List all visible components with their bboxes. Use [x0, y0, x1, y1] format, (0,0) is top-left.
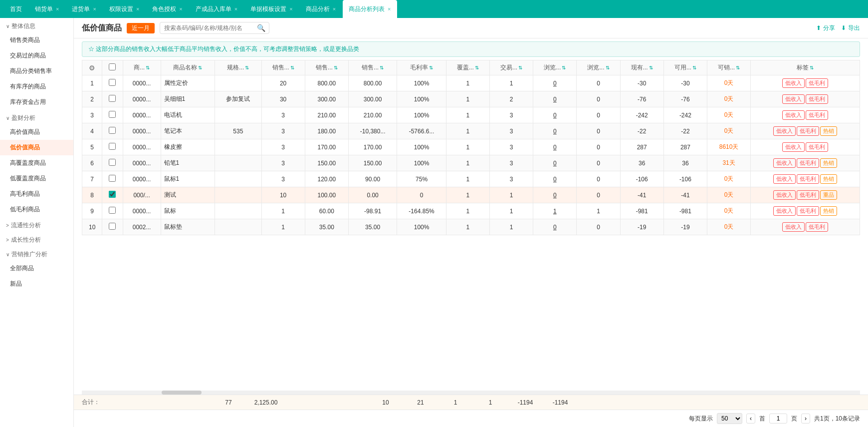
row-view1[interactable]: 0: [533, 155, 577, 171]
row-checkbox[interactable]: [109, 79, 116, 86]
row-checkbox[interactable]: [109, 143, 116, 150]
close-icon[interactable]: ×: [136, 6, 139, 12]
export-button[interactable]: ⬇ 导出: [841, 24, 860, 32]
row-view1[interactable]: 0: [533, 107, 577, 123]
select-all-checkbox[interactable]: [109, 63, 116, 70]
col-gross-rate[interactable]: 毛利率⇅: [397, 60, 446, 75]
sidebar-item-low-coverage[interactable]: 低覆盖度商品: [0, 171, 73, 186]
col-sales-price[interactable]: 销售...⇅: [305, 60, 348, 75]
sidebar-group-growth[interactable]: > 成长性分析: [0, 232, 73, 246]
row-checkbox[interactable]: [109, 191, 116, 198]
row-view1[interactable]: 0: [533, 123, 577, 139]
col-tags[interactable]: 标签⇅: [751, 60, 860, 75]
col-sales-amount[interactable]: 销售...⇅: [348, 60, 397, 75]
col-check[interactable]: [102, 60, 123, 75]
row-checkbox[interactable]: [109, 127, 116, 134]
nav-home[interactable]: 首页: [4, 0, 28, 18]
view-link[interactable]: 0: [553, 160, 557, 167]
sidebar-item-high-value[interactable]: 高价值商品: [0, 124, 73, 140]
gear-icon[interactable]: ⚙: [89, 64, 95, 72]
row-checkbox[interactable]: [109, 175, 116, 182]
nav-permission[interactable]: 权限设置 ×: [103, 0, 145, 18]
col-view1[interactable]: 浏览...⇅: [533, 60, 577, 75]
share-button[interactable]: ⬆ 分享: [816, 24, 835, 32]
sidebar-item-all-products[interactable]: 全部商品: [0, 261, 73, 276]
row-view1[interactable]: 0: [533, 139, 577, 155]
col-name[interactable]: 商品名称⇅: [161, 60, 215, 75]
close-icon[interactable]: ×: [234, 6, 237, 12]
filter-recent-month[interactable]: 近一月: [127, 23, 155, 33]
sidebar-item-high-margin[interactable]: 高毛利商品: [0, 186, 73, 202]
row-checkbox[interactable]: [109, 111, 116, 118]
row-view1[interactable]: 1: [533, 203, 577, 219]
view-link[interactable]: 0: [553, 96, 557, 103]
sidebar-item-low-value[interactable]: 低价值商品: [0, 140, 73, 155]
sidebar-item-category-rate[interactable]: 商品分类销售率: [0, 63, 73, 79]
table-wrap[interactable]: ⚙ 商...⇅ 商品名称⇅ 规格...⇅ 销售...⇅ 销售...⇅ 销售...…: [74, 60, 868, 391]
row-checkbox-cell[interactable]: [102, 91, 123, 107]
col-sellable[interactable]: 可销...⇅: [707, 60, 751, 75]
col-sales-qty[interactable]: 销售...⇅: [261, 60, 305, 75]
row-checkbox[interactable]: [109, 95, 116, 102]
col-trade[interactable]: 交易...⇅: [489, 60, 533, 75]
close-icon[interactable]: ×: [333, 6, 336, 12]
row-checkbox-cell[interactable]: [102, 219, 123, 235]
search-input[interactable]: [160, 22, 269, 34]
sidebar-item-inventory-capital[interactable]: 库存资金占用: [0, 94, 73, 110]
col-gear[interactable]: ⚙: [82, 60, 102, 75]
col-spec[interactable]: 规格...⇅: [215, 60, 261, 75]
sidebar-item-new-products[interactable]: 新品: [0, 276, 73, 292]
page-number-input[interactable]: [769, 414, 787, 424]
col-code[interactable]: 商...⇅: [123, 60, 161, 75]
view-link[interactable]: 0: [553, 112, 557, 119]
col-available[interactable]: 可用...⇅: [663, 60, 707, 75]
nav-template[interactable]: 单据模板设置 ×: [244, 0, 298, 18]
sidebar-item-stocked[interactable]: 有库序的商品: [0, 79, 73, 94]
view-link[interactable]: 0: [553, 144, 557, 151]
nav-sales[interactable]: 销货单 ×: [29, 0, 65, 18]
close-icon[interactable]: ×: [56, 6, 59, 12]
sidebar-item-high-coverage[interactable]: 高覆盖度商品: [0, 155, 73, 171]
row-checkbox-cell[interactable]: [102, 139, 123, 155]
row-checkbox-cell[interactable]: [102, 187, 123, 203]
row-view1[interactable]: 0: [533, 91, 577, 107]
row-view1[interactable]: 0: [533, 75, 577, 91]
row-view1[interactable]: 0: [533, 171, 577, 187]
sidebar-item-traded-products[interactable]: 交易过的商品: [0, 48, 73, 63]
scrollbar-thumb[interactable]: [162, 391, 202, 395]
view-link[interactable]: 0: [553, 80, 557, 87]
row-checkbox[interactable]: [109, 207, 116, 214]
nav-purchase[interactable]: 进货单 ×: [66, 0, 102, 18]
row-checkbox-cell[interactable]: [102, 203, 123, 219]
row-checkbox-cell[interactable]: [102, 75, 123, 91]
nav-product[interactable]: 产成品入库单 ×: [190, 0, 243, 18]
col-view2[interactable]: 浏览...⇅: [577, 60, 620, 75]
sidebar-group-circulation[interactable]: > 流通性分析: [0, 217, 73, 232]
first-page-button[interactable]: ‹: [746, 414, 755, 424]
close-icon[interactable]: ×: [289, 6, 292, 12]
row-view1[interactable]: 0: [533, 187, 577, 203]
row-checkbox-cell[interactable]: [102, 171, 123, 187]
sidebar-item-sales-products[interactable]: 销售类商品: [0, 32, 73, 48]
next-page-button[interactable]: ›: [801, 414, 810, 424]
sidebar-group-finance[interactable]: ∨ 盈财分析: [0, 110, 73, 124]
view-link[interactable]: 0: [553, 224, 557, 231]
row-checkbox-cell[interactable]: [102, 123, 123, 139]
page-size-select[interactable]: 50 100 200: [717, 413, 742, 424]
nav-role[interactable]: 角色授权 ×: [146, 0, 188, 18]
nav-analysis-list[interactable]: 商品分析列表 ×: [343, 0, 397, 18]
col-coverage[interactable]: 覆盖...⇅: [446, 60, 489, 75]
nav-analysis[interactable]: 商品分析 ×: [300, 0, 342, 18]
row-checkbox-cell[interactable]: [102, 107, 123, 123]
row-view1[interactable]: 0: [533, 219, 577, 235]
horizontal-scrollbar[interactable]: [82, 391, 860, 395]
sidebar-item-low-margin[interactable]: 低毛利商品: [0, 202, 73, 217]
close-icon[interactable]: ×: [388, 6, 391, 12]
row-checkbox[interactable]: [109, 223, 116, 230]
search-icon[interactable]: 🔍: [257, 24, 265, 32]
close-icon[interactable]: ×: [179, 6, 182, 12]
sidebar-group-marketing[interactable]: ∨ 营销推广分析: [0, 246, 73, 261]
sidebar-group-overview[interactable]: ∨ 整体信息: [0, 18, 73, 32]
col-current[interactable]: 现有...⇅: [620, 60, 663, 75]
row-checkbox[interactable]: [109, 159, 116, 166]
